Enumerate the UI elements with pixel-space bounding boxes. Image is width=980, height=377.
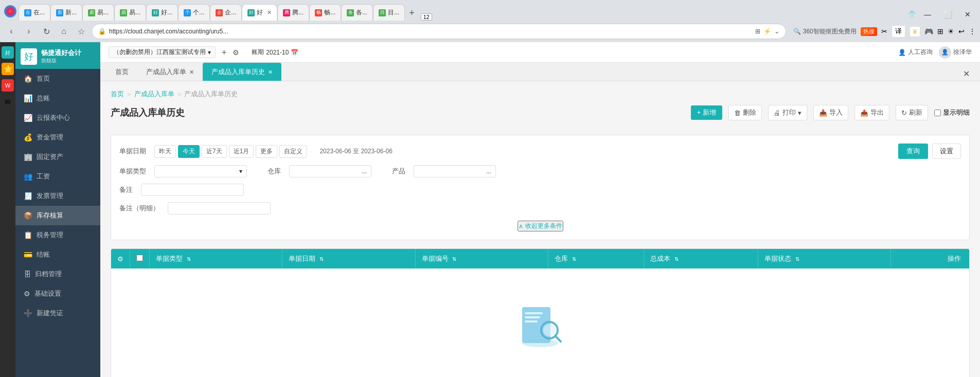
search-hint: 🔍 360智能抠图免费用 [793,27,856,36]
tab-在[interactable]: 在 在... [19,4,50,21]
note-detail-input[interactable] [168,202,271,214]
sidebar-item-settlement[interactable]: 💳 结账 [15,245,100,264]
translate-btn[interactable]: 译 [892,25,905,38]
back-button[interactable]: ‹ [4,24,19,39]
settings-browser-icon[interactable]: ☀ [948,27,954,35]
import-button[interactable]: 📥 导入 [813,105,848,120]
sidebar-item-fixed-assets[interactable]: 🏢 固定资产 [15,147,100,167]
chevron-down-icon[interactable]: ⌄ [774,28,779,35]
sidebar-app-sub: 旗舰版 [41,57,81,64]
th-settings[interactable]: ⚙ [111,249,130,268]
voucher-type-select[interactable]: ▾ [154,165,247,177]
calendar-icon[interactable]: 📅 [291,49,298,56]
tab-好-active[interactable]: 好 好 ✕ [242,4,277,21]
url-bar[interactable]: 🔒 https://cloud.chanjet.com/accounting/u… [92,24,786,39]
page-tab-home[interactable]: 首页 [106,63,137,81]
sidebar-item-funds[interactable]: 💰 资金管理 [15,128,100,147]
breadcrumb-home[interactable]: 首页 [111,89,124,99]
note-input[interactable] [141,184,244,196]
export-button[interactable]: 📤 导出 [854,105,889,120]
company-selector[interactable]: （勿删勿禁用）江西服宝测试专用 ▾ [109,46,216,58]
icon-sidebar-weibo[interactable]: W [2,79,14,92]
breadcrumb-list[interactable]: 产成品入库单 [134,89,174,99]
lightning-icon[interactable]: ⚡ [763,28,771,35]
th-voucher-type[interactable]: 单据类型 ⇅ [150,249,282,268]
th-warehouse[interactable]: 仓库 ⇅ [548,249,644,268]
print-button[interactable]: 🖨 打印 ▾ [768,105,807,120]
sidebar-item-new-voucher[interactable]: ➕ 新建凭证 [15,303,100,323]
restore-button[interactable]: ⬜ [938,8,957,21]
currency-btn[interactable]: ¥ [910,26,920,37]
close-button[interactable]: ✕ [959,8,976,21]
close-panel-button[interactable]: ✕ [959,67,974,81]
page-tab-list[interactable]: 产成品入库单 ✕ [137,63,203,81]
tab-腾[interactable]: 腾 腾... [277,4,309,21]
page-tab-history[interactable]: 产成品入库单历史 ✕ [203,63,281,81]
user-avatar-button[interactable]: 👤 徐泽华 [939,46,972,59]
tab-目[interactable]: 目 目... [373,4,405,21]
date-btn-1month[interactable]: 近1月 [229,145,254,158]
tab-各[interactable]: 各 各... [341,4,373,21]
icon-sidebar-logo[interactable]: 好 [2,46,14,59]
add-button[interactable]: + 新增 [691,105,722,120]
new-tab-button[interactable]: + [405,6,419,21]
sidebar-item-tax[interactable]: 📋 税务管理 [15,225,100,245]
scissors-icon[interactable]: ✂ [881,27,887,35]
date-btn-yesterday[interactable]: 昨天 [154,145,176,158]
page-tab-history-close[interactable]: ✕ [268,69,273,76]
tab-易2[interactable]: 易 易... [114,4,146,21]
refresh-browser-button[interactable]: ↻ [39,24,54,39]
add-company-button[interactable]: + [222,48,226,57]
sidebar-item-cloud-report[interactable]: 📈 云报表中心 [15,108,100,128]
tab-新[interactable]: 新 新... [50,4,82,21]
product-select[interactable]: ... [414,165,496,177]
sidebar-item-inventory[interactable]: 📦 库存核算 [15,206,100,225]
date-btn-7days[interactable]: 近7天 [202,145,227,158]
refresh-button[interactable]: ↻ 刷新 [896,105,928,120]
sidebar-item-archive[interactable]: 🗄 归档管理 [15,264,100,284]
th-voucher-no[interactable]: 单据编号 ⇅ [415,249,548,268]
th-voucher-date[interactable]: 单据日期 ⇅ [282,249,415,268]
apps-icon[interactable]: ⊞ [937,27,943,35]
sidebar-item-home[interactable]: 🏠 首页 [15,69,100,88]
warehouse-select[interactable]: ... [289,165,371,177]
tab-易1[interactable]: 易 易... [82,4,114,21]
sidebar-item-invoice[interactable]: 🧾 发票管理 [15,186,100,206]
date-btn-more[interactable]: 更多 [256,145,277,158]
tab-企[interactable]: 企 企... [210,4,242,21]
sidebar-item-payroll[interactable]: 👥 工资 [15,167,100,186]
tab-好1[interactable]: 好 好... [146,4,178,21]
delete-button[interactable]: 🗑 删除 [728,105,762,120]
collapse-filter-button[interactable]: ∧ 收起更多条件 [518,221,563,231]
select-all-checkbox[interactable] [136,255,143,261]
gamepad-icon[interactable]: 🎮 [924,27,933,35]
show-detail-checkbox[interactable] [934,110,941,116]
home-browser-button[interactable]: ⌂ [57,24,71,39]
th-checkbox[interactable] [130,249,150,268]
sidebar-item-basic[interactable]: ⚙ 基础设置 [15,284,100,303]
th-total-cost[interactable]: 总成本 ⇅ [644,249,758,268]
sidebar-item-ledger[interactable]: 📊 总账 [15,88,100,108]
back2-icon[interactable]: ↩ [958,27,965,35]
filter-settings-button[interactable]: 设置 [932,143,961,159]
tab-close-好[interactable]: ✕ [267,9,272,16]
ai-consult-button[interactable]: 👤 人工咨询 [898,48,933,57]
shirt-icon[interactable]: 👕 [906,9,917,20]
settings-company-icon[interactable]: ⚙ [233,48,239,57]
bookmark-button[interactable]: ☆ [74,24,88,39]
page-tab-list-close[interactable]: ✕ [189,69,194,76]
date-btn-today[interactable]: 今天 [178,145,200,158]
more-icon[interactable]: ⋮ [969,27,976,35]
forward-button[interactable]: › [22,24,36,39]
grid-icon[interactable]: ⊞ [755,28,760,35]
icon-sidebar-star[interactable]: ⭐ [2,63,14,75]
tab-个[interactable]: 个 个... [178,4,210,21]
tab-畅[interactable]: 畅 畅... [309,4,341,21]
minimize-button[interactable]: — [919,8,936,21]
th-voucher-status[interactable]: 单据状态 ⇅ [758,249,891,268]
breadcrumb-current: 产成品入库单历史 [184,89,238,99]
icon-sidebar-mail[interactable]: ✉ [2,96,14,108]
tab-title-易2: 易... [129,8,140,17]
date-btn-custom[interactable]: 自定义 [279,145,307,158]
query-button[interactable]: 查询 [898,143,928,159]
